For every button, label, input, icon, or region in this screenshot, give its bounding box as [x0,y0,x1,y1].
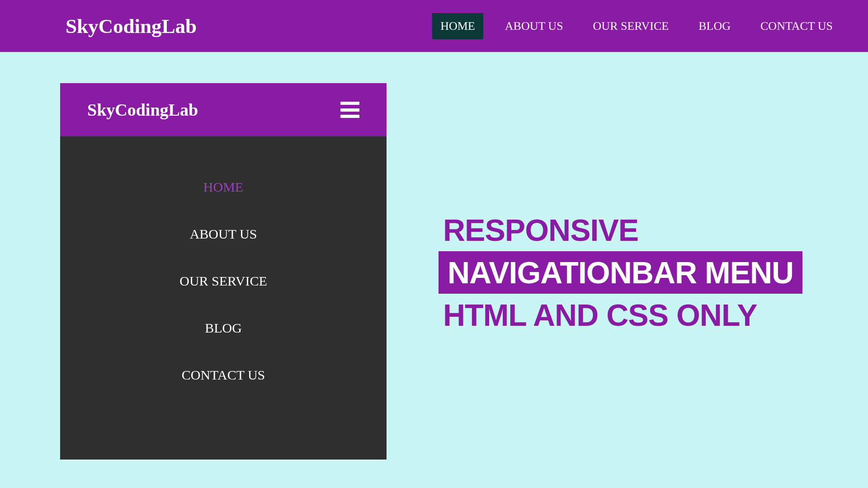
nav-blog[interactable]: BLOG [690,13,739,39]
mobile-nav-about-us[interactable]: ABOUT US [190,211,257,258]
mobile-preview: SkyCodingLab HOME ABOUT US OUR SERVICE B… [60,83,387,460]
nav-about-us[interactable]: ABOUT US [497,13,571,39]
nav-home[interactable]: HOME [432,13,483,39]
mobile-nav-blog[interactable]: BLOG [205,305,242,352]
hamburger-line [340,115,359,118]
nav-our-service[interactable]: OUR SERVICE [585,13,677,39]
hamburger-line [340,108,359,112]
hero-line-1: RESPONSIVE [443,212,802,248]
top-navbar: SkyCodingLab HOME ABOUT US OUR SERVICE B… [0,0,868,52]
hamburger-line [340,102,359,105]
mobile-header: SkyCodingLab [60,83,387,136]
hamburger-icon[interactable] [340,102,359,118]
mobile-nav-contact-us[interactable]: CONTACT US [182,352,265,399]
mobile-nav-home[interactable]: HOME [203,164,243,211]
mobile-menu: HOME ABOUT US OUR SERVICE BLOG CONTACT U… [60,136,387,460]
hero-line-2: NAVIGATIONBAR MENU [439,251,802,294]
mobile-nav-our-service[interactable]: OUR SERVICE [179,258,267,305]
brand-logo-mobile[interactable]: SkyCodingLab [87,100,198,120]
hero-text: RESPONSIVE NAVIGATIONBAR MENU HTML AND C… [443,212,802,333]
brand-logo-top[interactable]: SkyCodingLab [66,14,197,38]
hero-line-3: HTML AND CSS ONLY [443,297,802,333]
top-nav-items: HOME ABOUT US OUR SERVICE BLOG CONTACT U… [432,13,841,39]
nav-contact-us[interactable]: CONTACT US [752,13,841,39]
